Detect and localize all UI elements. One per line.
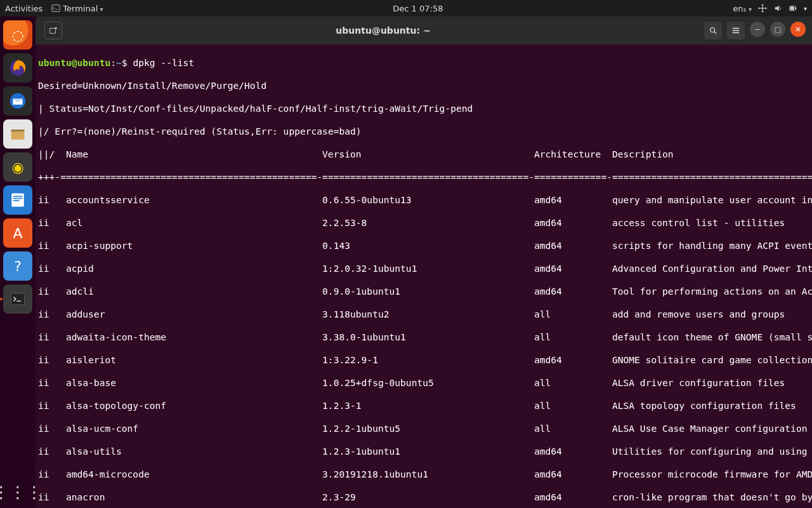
dock: ◌ ◉ A ? ⋮⋮⋮ (0, 17, 36, 508)
dock-icon-ubiquity[interactable]: ◌ (3, 20, 32, 50)
dock-icon-terminal[interactable] (3, 284, 32, 314)
minimize-button[interactable]: ─ (750, 22, 765, 37)
prompt-path: ~ (116, 57, 122, 68)
window-title: ubuntu@ubuntu: ~ (62, 25, 704, 36)
new-tab-button[interactable] (44, 22, 62, 39)
dock-icon-thunderbird[interactable] (3, 86, 32, 116)
svg-rect-7 (795, 7, 796, 10)
dock-icon-files[interactable] (3, 119, 32, 149)
hamburger-icon (731, 26, 740, 35)
package-row: ii acpid1:2.0.32-1ubuntu1amd64Advanced C… (38, 263, 812, 274)
hamburger-menu-button[interactable] (727, 22, 745, 39)
svg-point-19 (710, 28, 715, 32)
package-row: ii amd64-microcode3.20191218.1ubuntu1amd… (38, 469, 812, 480)
svg-point-5 (762, 11, 764, 13)
package-row: ii alsa-utils1.2.3-1ubuntu1amd64Utilitie… (38, 446, 812, 457)
command-text: dpkg --list (133, 57, 194, 68)
dock-icon-software[interactable]: A (3, 218, 32, 248)
package-row: ii aisleriot1:3.22.9-1amd64GNOME solitai… (38, 354, 812, 366)
network-icon[interactable] (758, 4, 767, 13)
svg-rect-11 (11, 130, 25, 132)
svg-rect-0 (52, 5, 60, 12)
app-menu[interactable]: Terminal (51, 4, 103, 13)
close-button[interactable]: ✕ (790, 22, 806, 37)
dpkg-header-line: | Status=Not/Inst/Conf-files/Unpacked/ha… (38, 103, 812, 114)
terminal-output[interactable]: ubuntu@ubuntu:~$ dpkg --list Desired=Unk… (36, 44, 812, 508)
svg-point-3 (765, 8, 767, 10)
svg-rect-15 (13, 198, 23, 199)
gnome-topbar: Activities Terminal Dec 1 07:58 en₁ ▾ (0, 0, 812, 17)
window-titlebar: ubuntu@ubuntu: ~ ─ □ ✕ (36, 17, 812, 44)
dock-icon-firefox[interactable] (3, 53, 32, 83)
input-source-indicator[interactable]: en₁ (733, 4, 752, 13)
svg-rect-14 (13, 196, 23, 197)
dock-icon-libreoffice-writer[interactable] (3, 185, 32, 215)
dock-icon-help[interactable]: ? (3, 251, 32, 281)
terminal-window: ubuntu@ubuntu: ~ ─ □ ✕ ubuntu@ubuntu:~$ … (36, 17, 812, 508)
new-tab-icon (49, 26, 58, 35)
dpkg-header-line: Desired=Unknown/Install/Remove/Purge/Hol… (38, 80, 812, 91)
package-row: ii alsa-base1.0.25+dfsg-0ubuntu5allALSA … (38, 377, 812, 389)
terminal-icon (51, 4, 60, 13)
svg-rect-8 (790, 6, 794, 10)
svg-rect-16 (13, 200, 20, 201)
search-button[interactable] (704, 22, 722, 39)
package-row: ii adduser3.118ubuntu2alladd and remove … (38, 309, 812, 320)
dpkg-column-header: ||/NameVersionArchitectureDescription (38, 149, 812, 160)
package-row: ii adwaita-icon-theme3.38.0-1ubuntu1alld… (38, 331, 812, 343)
battery-icon[interactable] (789, 4, 797, 13)
package-row: ii alsa-topology-conf1.2.3-1allALSA topo… (38, 400, 812, 411)
svg-rect-18 (50, 29, 56, 34)
dpkg-header-line: |/ Err?=(none)/Reinst-required (Status,E… (38, 126, 812, 137)
activities-button[interactable]: Activities (5, 4, 43, 13)
package-row: ii alsa-ucm-conf1.2.2-1ubuntu5allALSA Us… (38, 423, 812, 434)
svg-point-2 (758, 8, 760, 10)
package-row: ii anacron2.3-29amd64cron-like program t… (38, 491, 812, 503)
system-menu-caret[interactable]: ▾ (804, 5, 807, 12)
package-row: ii accountsservice0.6.55-0ubuntu13amd64q… (38, 194, 812, 206)
dpkg-separator: +++-====================================… (38, 171, 812, 183)
svg-point-4 (762, 4, 764, 6)
package-row: ii acl2.2.53-8amd64access control list -… (38, 217, 812, 229)
package-row: ii acpi-support0.143amd64scripts for han… (38, 240, 812, 251)
clock[interactable]: Dec 1 07:58 (103, 4, 733, 13)
dock-icon-rhythmbox[interactable]: ◉ (3, 152, 32, 182)
svg-point-1 (761, 7, 764, 10)
volume-icon[interactable] (773, 4, 782, 13)
search-icon (709, 26, 717, 35)
prompt-userhost: ubuntu@ubuntu (38, 57, 110, 68)
svg-rect-17 (11, 293, 24, 305)
maximize-button[interactable]: □ (770, 22, 785, 37)
svg-rect-12 (11, 132, 25, 140)
package-row: ii adcli0.9.0-1ubuntu1amd64Tool for perf… (38, 286, 812, 297)
